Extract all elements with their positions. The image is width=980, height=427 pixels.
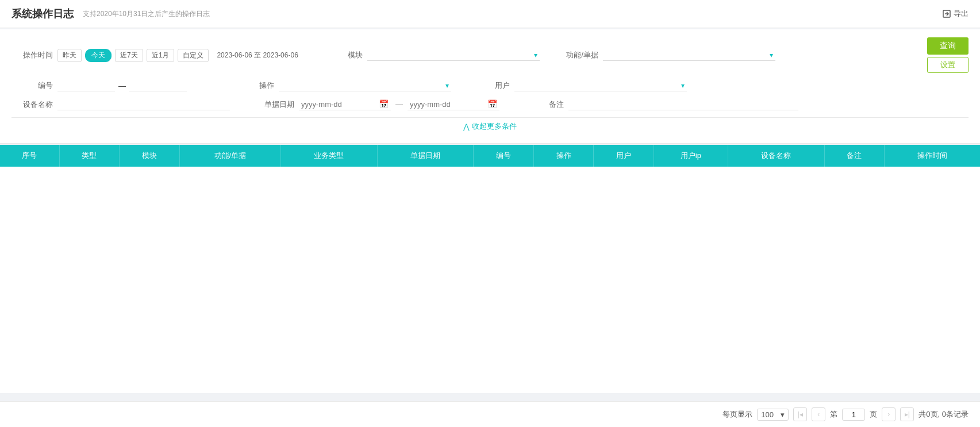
page-label: 第: [830, 409, 837, 420]
collapse-row: ⋀ 收起更多条件: [11, 117, 969, 135]
func-dropdown-icon: ▾: [770, 51, 773, 59]
per-page-label: 每页显示: [722, 409, 752, 420]
page-title: 系统操作日志: [11, 7, 74, 21]
number-dash: —: [118, 82, 126, 90]
col-op-time: 操作时间: [884, 145, 980, 167]
export-button[interactable]: 导出: [942, 9, 969, 19]
page-header: 系统操作日志 支持2020年10月31日之后产生的操作日志 导出: [0, 0, 980, 28]
module-label: 模块: [321, 50, 367, 60]
pagination-bar: 每页显示 100 ▾ |◂ ‹ 第 页 › ▸| 共0页, 0条记录: [0, 401, 980, 427]
col-biz-type: 业务类型: [281, 145, 378, 167]
total-info: 共0页, 0条记录: [918, 409, 969, 420]
col-device: 设备名称: [728, 145, 824, 167]
calendar-from-icon[interactable]: 📅: [379, 99, 389, 109]
page-subtitle: 支持2020年10月31日之后产生的操作日志: [83, 9, 210, 19]
number-from-input[interactable]: [57, 80, 115, 91]
btn-yesterday[interactable]: 昨天: [57, 49, 82, 62]
operation-select[interactable]: ▾: [279, 80, 451, 91]
col-user-ip: 用户ip: [654, 145, 728, 167]
query-button[interactable]: 查询: [927, 37, 969, 55]
col-user: 用户: [594, 145, 654, 167]
date-range-display: 2023-06-06 至 2023-06-06: [217, 51, 298, 60]
next-page-button[interactable]: ›: [882, 407, 896, 421]
page-number-input[interactable]: [842, 409, 865, 421]
number-label: 编号: [11, 80, 57, 91]
filter-area: 操作时间 昨天 今天 近7天 近1月 自定义 2023-06-06 至 2023…: [0, 29, 980, 144]
number-range: —: [57, 80, 187, 91]
setting-button[interactable]: 设置: [927, 57, 969, 73]
first-page-button[interactable]: |◂: [793, 407, 807, 421]
collapse-button[interactable]: ⋀ 收起更多条件: [463, 121, 517, 132]
prev-page-button[interactable]: ‹: [812, 407, 825, 421]
number-to-input[interactable]: [129, 80, 187, 91]
table-header-row: 序号 类型 模块 功能/单据 业务类型 单据日期 编号 操作 用户 用户ip 设…: [0, 145, 980, 167]
scrollbar-area[interactable]: [0, 393, 980, 401]
table-header: 序号 类型 模块 功能/单据 业务类型 单据日期 编号 操作 用户 用户ip 设…: [0, 145, 980, 167]
col-func: 功能/单据: [179, 145, 280, 167]
func-select[interactable]: ▾: [603, 50, 775, 61]
user-select[interactable]: ▾: [514, 80, 687, 91]
user-dropdown-icon: ▾: [681, 82, 685, 90]
calendar-to-icon[interactable]: 📅: [487, 99, 497, 109]
doc-date-from-group: 📅: [299, 98, 391, 110]
collapse-label: 收起更多条件: [472, 121, 517, 132]
col-number: 编号: [474, 145, 533, 167]
doc-date-to-group: 📅: [408, 98, 499, 110]
action-btns: 查询 设置: [927, 37, 969, 73]
col-doc-date: 单据日期: [377, 145, 474, 167]
filter-row-2: 编号 — 操作 ▾ 用户 ▾: [11, 80, 969, 91]
user-label: 用户: [468, 80, 514, 91]
col-seq: 序号: [0, 145, 59, 167]
doc-date-from-input[interactable]: [301, 100, 379, 109]
btn-7days[interactable]: 近7天: [115, 49, 143, 62]
module-select[interactable]: ▾: [367, 50, 540, 61]
col-note: 备注: [824, 145, 884, 167]
col-module: 模块: [120, 145, 179, 167]
note-input[interactable]: [568, 99, 798, 110]
doc-date-to-input[interactable]: [410, 100, 487, 109]
time-label: 操作时间: [11, 50, 57, 60]
module-dropdown-icon: ▾: [534, 51, 537, 59]
operation-dropdown-icon: ▾: [445, 82, 449, 90]
filter-row-1: 操作时间 昨天 今天 近7天 近1月 自定义 2023-06-06 至 2023…: [11, 37, 969, 73]
doc-date-label: 单据日期: [253, 99, 299, 110]
note-label: 备注: [522, 99, 568, 110]
doc-date-dash: —: [395, 100, 403, 109]
page-suffix: 页: [870, 409, 877, 420]
table-wrapper: 序号 类型 模块 功能/单据 业务类型 单据日期 编号 操作 用户 用户ip 设…: [0, 145, 980, 393]
btn-today[interactable]: 今天: [85, 49, 112, 62]
time-filter-group: 昨天 今天 近7天 近1月 自定义 2023-06-06 至 2023-06-0…: [57, 49, 298, 62]
col-type: 类型: [59, 145, 119, 167]
per-page-arrow: ▾: [781, 410, 785, 419]
export-icon: [942, 9, 951, 18]
operation-label: 操作: [233, 80, 279, 91]
export-label: 导出: [954, 9, 969, 19]
collapse-up-icon: ⋀: [463, 122, 470, 131]
btn-custom[interactable]: 自定义: [178, 49, 209, 62]
device-input[interactable]: [57, 99, 230, 110]
device-label: 设备名称: [11, 99, 57, 110]
filter-row-3: 设备名称 单据日期 📅 — 📅 备注: [11, 98, 969, 110]
per-page-select[interactable]: 100 ▾: [757, 409, 789, 421]
col-operation: 操作: [533, 145, 593, 167]
last-page-button[interactable]: ▸|: [900, 407, 914, 421]
per-page-value: 100: [761, 410, 774, 419]
data-table: 序号 类型 模块 功能/单据 业务类型 单据日期 编号 操作 用户 用户ip 设…: [0, 145, 980, 167]
btn-1month[interactable]: 近1月: [147, 49, 175, 62]
func-label: 功能/单据: [557, 50, 603, 60]
